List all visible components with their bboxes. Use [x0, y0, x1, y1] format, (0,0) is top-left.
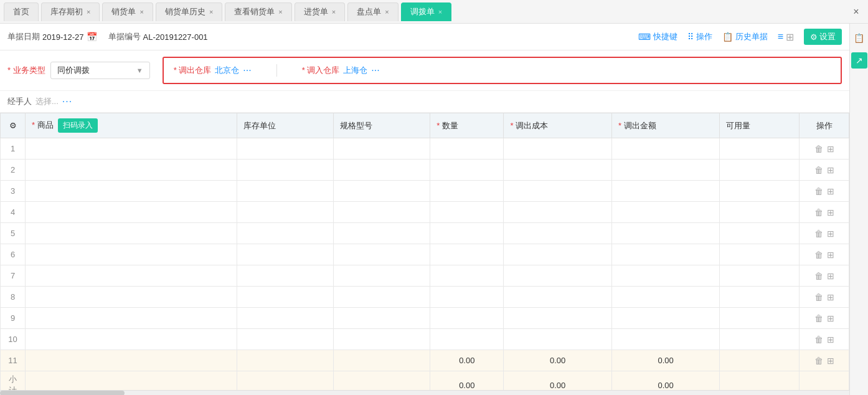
product-cell[interactable]: [26, 329, 237, 350]
cost-cell[interactable]: [504, 202, 612, 223]
tab-sales-history[interactable]: 销货单历史 ×: [156, 2, 222, 21]
copy-icon[interactable]: ⊞: [827, 292, 834, 302]
qty-cell[interactable]: [430, 244, 504, 265]
cost-cell[interactable]: [504, 308, 612, 329]
delete-icon[interactable]: 🗑: [814, 292, 823, 302]
subtotal-spec-cell: [334, 350, 430, 371]
qty-cell[interactable]: [430, 223, 504, 244]
history-button[interactable]: 📋 历史单据: [722, 31, 768, 42]
available-cell: [720, 308, 800, 329]
delete-icon[interactable]: 🗑: [814, 186, 823, 196]
manager-more[interactable]: ···: [62, 96, 72, 107]
copy-icon[interactable]: ⊞: [827, 313, 834, 323]
qty-cell[interactable]: [430, 138, 504, 159]
copy-icon[interactable]: ⊞: [827, 144, 834, 154]
op-cell: 🗑 ⊞: [800, 329, 849, 350]
tab-sales[interactable]: 销货单 ×: [102, 2, 153, 21]
delete-icon[interactable]: 🗑: [814, 313, 823, 323]
delete-icon[interactable]: 🗑: [814, 207, 823, 217]
scan-button[interactable]: 扫码录入: [58, 118, 98, 133]
tab-view-sales[interactable]: 查看销货单 ×: [225, 2, 291, 21]
product-cell[interactable]: [26, 244, 237, 265]
tab-home[interactable]: 首页: [4, 2, 39, 21]
sidebar-export-icon[interactable]: ↗: [851, 52, 867, 69]
copy-icon[interactable]: ⊞: [827, 207, 834, 217]
available-cell: [720, 223, 800, 244]
scrollbar-area[interactable]: [0, 390, 849, 395]
product-cell[interactable]: [26, 308, 237, 329]
unit-cell: [237, 329, 333, 350]
copy-icon[interactable]: ⊞: [827, 186, 834, 196]
product-cell[interactable]: [26, 265, 237, 287]
tab-purchase-close[interactable]: ×: [332, 8, 336, 16]
qty-cell[interactable]: [430, 308, 504, 329]
sidebar-note-icon[interactable]: 📋: [851, 30, 867, 46]
tab-view-sales-close[interactable]: ×: [278, 8, 282, 16]
copy-icon[interactable]: ⊞: [827, 250, 834, 260]
tab-inventory[interactable]: 库存期初 ×: [41, 2, 100, 21]
settings-button[interactable]: ⚙ 设置: [804, 29, 842, 45]
qty-cell[interactable]: [430, 287, 504, 308]
delete-icon[interactable]: 🗑: [814, 229, 823, 239]
tab-stock-check[interactable]: 盘点单 ×: [347, 2, 398, 21]
cost-cell[interactable]: [504, 223, 612, 244]
tab-purchase[interactable]: 进货单 ×: [295, 2, 345, 21]
copy-icon[interactable]: ⊞: [827, 165, 834, 175]
qty-cell[interactable]: [430, 265, 504, 287]
cost-cell[interactable]: [504, 159, 612, 181]
window-close-button[interactable]: ×: [847, 2, 866, 21]
qty-cell[interactable]: [430, 329, 504, 350]
product-cell[interactable]: [26, 181, 237, 202]
business-type-value: 同价调拨: [57, 65, 90, 76]
calendar-icon[interactable]: 📅: [87, 32, 97, 42]
product-cell[interactable]: [26, 138, 237, 159]
tab-transfer[interactable]: 调拨单 ×: [401, 2, 451, 21]
product-cell[interactable]: [26, 287, 237, 308]
tab-sales-close[interactable]: ×: [139, 8, 143, 16]
copy-icon[interactable]: ⊞: [827, 271, 834, 281]
cost-cell[interactable]: [504, 329, 612, 350]
copy-icon[interactable]: ⊞: [827, 335, 834, 345]
manager-input[interactable]: 选择...: [35, 96, 59, 107]
tab-inventory-close[interactable]: ×: [87, 8, 90, 16]
cost-cell[interactable]: [504, 138, 612, 159]
delete-icon[interactable]: 🗑: [814, 271, 823, 281]
table-row: 7 🗑 ⊞: [1, 265, 849, 287]
cost-cell[interactable]: [504, 287, 612, 308]
delete-icon[interactable]: 🗑: [814, 335, 823, 345]
row-num: 7: [1, 265, 26, 287]
warehouse-out-more[interactable]: ···: [243, 65, 251, 76]
cost-cell[interactable]: [504, 265, 612, 287]
col-qty: 数量: [430, 113, 504, 138]
layout-list-icon[interactable]: ≡: [778, 31, 783, 43]
table-header-row: ⚙ 商品 扫码录入 库存单位 规格型号 数量 调出成本 调出金额 可用量 操作: [1, 113, 849, 138]
business-type-select[interactable]: 同价调拨 ▼: [50, 62, 150, 79]
qty-cell[interactable]: [430, 159, 504, 181]
warehouse-in-more[interactable]: ···: [371, 65, 379, 76]
spec-cell: [334, 308, 430, 329]
tab-sales-history-close[interactable]: ×: [209, 8, 213, 16]
qty-cell[interactable]: [430, 181, 504, 202]
product-cell[interactable]: [26, 223, 237, 244]
form-row1: 业务类型 同价调拨 ▼ 调出仓库 北京仓 ··· 调入仓库 上海仓 ···: [0, 50, 849, 91]
doc-value: AL-20191227-001: [143, 32, 208, 42]
tab-transfer-close[interactable]: ×: [438, 8, 442, 16]
delete-icon[interactable]: 🗑: [814, 165, 823, 175]
copy-icon[interactable]: ⊞: [827, 229, 834, 239]
operations-button[interactable]: ⠿ 操作: [687, 31, 712, 42]
qty-cell[interactable]: [430, 202, 504, 223]
delete-icon[interactable]: 🗑: [814, 356, 823, 366]
col-gear[interactable]: ⚙: [1, 113, 26, 138]
cost-cell[interactable]: [504, 244, 612, 265]
unit-cell: [237, 287, 333, 308]
product-cell[interactable]: [26, 202, 237, 223]
scrollbar-thumb[interactable]: [0, 391, 125, 395]
delete-icon[interactable]: 🗑: [814, 250, 823, 260]
product-cell[interactable]: [26, 159, 237, 181]
delete-icon[interactable]: 🗑: [814, 144, 823, 154]
copy-icon[interactable]: ⊞: [827, 356, 834, 366]
tab-stock-check-close[interactable]: ×: [385, 8, 389, 16]
shortcuts-button[interactable]: ⌨ 快捷键: [638, 31, 677, 42]
layout-grid-icon[interactable]: ⊞: [786, 31, 794, 43]
cost-cell[interactable]: [504, 181, 612, 202]
